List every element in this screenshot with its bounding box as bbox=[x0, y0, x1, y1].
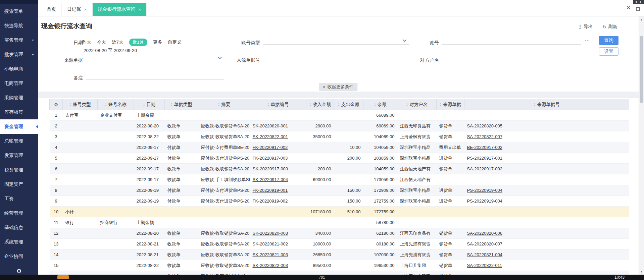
column-header-income[interactable]: ▲▼收入金额 bbox=[306, 99, 334, 110]
sidebar-item-13[interactable]: 固定资产 bbox=[0, 177, 38, 191]
account-more-button[interactable]: ... bbox=[585, 37, 590, 42]
date-quick-3[interactable]: 近7天 bbox=[112, 39, 123, 45]
account-type-select[interactable] bbox=[263, 37, 409, 45]
scrollbar-thumb[interactable] bbox=[640, 36, 643, 103]
date-quick-1[interactable]: 昨天 bbox=[82, 39, 91, 45]
sidebar-item-label: 搜索菜单 bbox=[4, 8, 23, 14]
sidebar-item-18[interactable]: 企业协同 bbox=[0, 249, 38, 264]
doc-link[interactable]: PS-20220917-001 bbox=[467, 156, 503, 161]
column-header-summary[interactable]: ▲▼摘要 bbox=[198, 99, 250, 110]
cell-summary: 预收款-手工填制收款单SK bbox=[198, 271, 250, 275]
doc-link[interactable]: SA-20220917-002 bbox=[467, 166, 503, 171]
sidebar-item-12[interactable]: 税务管理 bbox=[0, 163, 38, 177]
date-quick-2[interactable]: 今天 bbox=[97, 39, 106, 45]
table-settings-gear-icon[interactable]: ⚙ bbox=[50, 99, 63, 110]
doc-link[interactable]: SK-20220917-004 bbox=[253, 177, 288, 182]
remark-input[interactable] bbox=[86, 72, 224, 80]
table-row: 142022-08-21收款单应收款-收取销货单SA-20SK-20220821… bbox=[50, 249, 629, 260]
column-label: 对方户名 bbox=[409, 102, 428, 108]
scroll-down-arrow-icon[interactable]: ▼ bbox=[639, 269, 644, 275]
column-header-counterparty[interactable]: ▲▼对方户名 bbox=[397, 99, 437, 110]
doc-link[interactable]: FK-20220917-002 bbox=[253, 145, 288, 150]
sidebar-item-4[interactable]: 批发管理▼ bbox=[0, 47, 38, 62]
sidebar-item-16[interactable]: 基础信息 bbox=[0, 220, 38, 235]
source-doc-no-input[interactable] bbox=[263, 54, 409, 62]
sidebar-item-6[interactable]: 电商管理 bbox=[0, 76, 38, 91]
column-header-account-name[interactable]: ▲▼账号名称 bbox=[98, 99, 134, 110]
column-header-date[interactable]: ▲▼日期 bbox=[134, 99, 165, 110]
doc-link[interactable]: SA-20220822-007 bbox=[467, 134, 503, 139]
doc-link[interactable]: BE-20220917-002 bbox=[467, 145, 503, 150]
column-header-account-type[interactable]: ▲▼账号类型 bbox=[63, 99, 98, 110]
doc-link[interactable]: SK-20220820-001 bbox=[253, 123, 288, 128]
date-quick-4[interactable]: 近1月 bbox=[129, 39, 148, 46]
sidebar-item-7[interactable]: 采购管理 bbox=[0, 91, 38, 105]
query-button[interactable]: 查询 bbox=[599, 36, 618, 45]
doc-link[interactable]: SA-20220821-004 bbox=[467, 252, 503, 257]
sort-down-icon: ▼ bbox=[69, 105, 71, 107]
doc-link[interactable]: SA-20220820-006 bbox=[467, 231, 503, 236]
doc-link[interactable]: PS-20220919-004 bbox=[467, 199, 503, 204]
scroll-up-arrow-icon[interactable]: ▲ bbox=[639, 16, 644, 22]
cell-source-doc: 销货单 bbox=[437, 249, 464, 260]
sidebar-item-1[interactable]: 搜索菜单 bbox=[0, 4, 38, 18]
column-header-doc-no[interactable]: ▲▼单据编号 bbox=[250, 99, 306, 110]
vertical-scrollbar[interactable]: ▲ ▼ bbox=[639, 16, 644, 275]
cell-balance: 172759.00 bbox=[363, 207, 397, 217]
cell-row-index: 8 bbox=[50, 185, 63, 196]
doc-link[interactable]: SA-20220822-011 bbox=[467, 263, 502, 268]
taskbar-app-icon[interactable] bbox=[57, 275, 69, 279]
doc-link[interactable]: SK-20220822-001 bbox=[253, 134, 288, 139]
sidebar-settings-gear-icon[interactable]: ⚙ bbox=[0, 268, 38, 275]
account-input[interactable] bbox=[442, 37, 581, 45]
doc-link[interactable]: SA-20220820-007 bbox=[467, 241, 503, 246]
sidebar-item-5[interactable]: 小畅电商 bbox=[0, 62, 38, 76]
sidebar-item-9[interactable]: 资金管理 bbox=[0, 119, 38, 134]
cell-account-name bbox=[98, 207, 134, 217]
doc-link[interactable]: SA-20220820-005 bbox=[467, 123, 503, 128]
tab-1[interactable]: 首页 bbox=[41, 3, 62, 16]
counterparty-input[interactable] bbox=[442, 54, 581, 62]
close-icon[interactable]: ✕ bbox=[626, 5, 631, 11]
doc-link[interactable]: SK-20220821-003 bbox=[253, 252, 288, 257]
doc-link[interactable]: SK-20220917-003 bbox=[253, 166, 288, 171]
doc-link[interactable]: FK-20220917-003 bbox=[253, 156, 288, 161]
cell-source-doc-no: PS-20220919-004 bbox=[464, 185, 629, 196]
sidebar-item-11[interactable]: 发票管理 bbox=[0, 148, 38, 163]
settings-button[interactable]: 设置 bbox=[599, 47, 618, 56]
sidebar-item-17[interactable]: 系统管理 bbox=[0, 235, 38, 249]
sidebar-item-3[interactable]: 零售管理▼ bbox=[0, 33, 38, 47]
expand-icon[interactable] bbox=[636, 7, 640, 11]
column-header-doc-type[interactable]: ▲▼单据类型 bbox=[165, 99, 198, 110]
column-header-balance[interactable]: ▲▼余额 bbox=[363, 99, 397, 110]
sidebar-item-8[interactable]: 库存核算 bbox=[0, 105, 38, 119]
tab-close-icon[interactable]: × bbox=[84, 7, 87, 12]
column-header-source-doc[interactable]: ▲▼来源单据 bbox=[437, 99, 464, 110]
sort-down-icon: ▼ bbox=[170, 105, 172, 107]
sidebar-item-2[interactable]: 快捷导航 bbox=[0, 18, 38, 33]
source-doc-select[interactable] bbox=[86, 54, 224, 62]
cell-doc-no: SK-20220822-001 bbox=[250, 131, 306, 142]
doc-link[interactable]: PS-20220919-004 bbox=[467, 188, 503, 193]
sort-icon: ▲▼ bbox=[143, 103, 145, 106]
doc-link[interactable]: FK-20220919-002 bbox=[253, 199, 288, 204]
sidebar-item-10[interactable]: 总账管理 bbox=[0, 134, 38, 148]
collapse-more-filters-button[interactable]: « 收起更多条件 bbox=[319, 83, 357, 91]
doc-link[interactable]: SK-20220820-003 bbox=[253, 231, 288, 236]
date-quick-6[interactable]: 自定义 bbox=[168, 39, 182, 45]
date-quick-5[interactable]: 更多 bbox=[153, 39, 162, 45]
tab-close-icon[interactable]: × bbox=[139, 7, 141, 12]
column-header-source-doc-no[interactable]: ▲▼来源单据号 bbox=[464, 99, 629, 110]
sidebar-item-14[interactable]: 工资 bbox=[0, 191, 38, 206]
cell-row-index: 2 bbox=[50, 121, 63, 131]
tab-2[interactable]: 日记账× bbox=[62, 3, 93, 16]
cell-income: 69000.00 bbox=[306, 174, 334, 185]
tab-3[interactable]: 现金银行流水查询× bbox=[93, 3, 147, 16]
doc-link[interactable]: FK-20220919-001 bbox=[253, 188, 288, 193]
doc-link[interactable]: SK-20220821-002 bbox=[253, 241, 288, 246]
cell-source-doc-no: SA-20220820-006 bbox=[464, 228, 629, 239]
cell-summary: 应收款-收取销货单SA-20 bbox=[198, 260, 250, 271]
sidebar-item-15[interactable]: 经营管理 bbox=[0, 206, 38, 220]
doc-link[interactable]: SK-20220822-003 bbox=[253, 263, 288, 268]
column-header-expense[interactable]: ▲▼支出金额 bbox=[334, 99, 363, 110]
